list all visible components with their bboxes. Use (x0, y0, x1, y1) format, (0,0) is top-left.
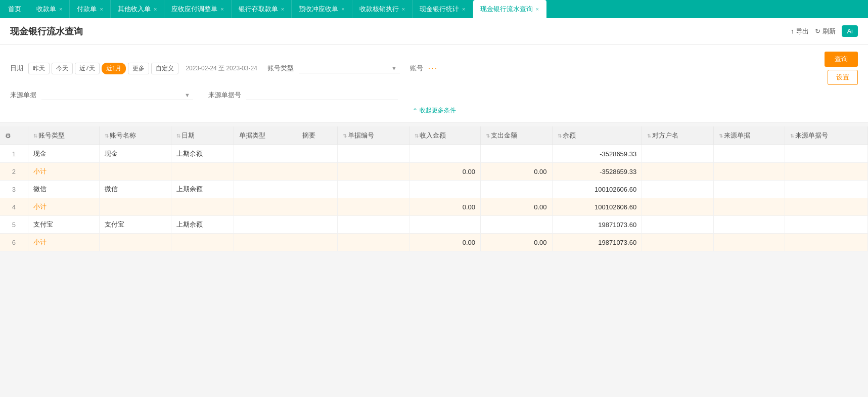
nav-tab-现金银行统计[interactable]: 现金银行统计× (413, 0, 473, 18)
sort-icon: ⇅ (790, 133, 794, 139)
cell-source_doc_no (785, 198, 868, 216)
cell-account_name: 现金 (100, 145, 171, 163)
row-num-cell: 1 (0, 145, 28, 163)
cell-doc_type (234, 145, 297, 163)
date-btn-更多[interactable]: 更多 (128, 63, 149, 74)
settings-button[interactable]: 设置 (828, 70, 858, 85)
source-doc-no-filter-group: 来源单据号 (208, 90, 398, 100)
date-label: 日期 (10, 64, 23, 73)
nav-tab-收款单[interactable]: 收款单× (29, 0, 70, 18)
collapse-button[interactable]: ⌃ 收起更多条件 (413, 106, 456, 115)
refresh-icon: ↻ (815, 27, 820, 35)
source-doc-no-input[interactable] (246, 90, 398, 100)
cell-source_doc_no (785, 163, 868, 181)
table-row: 5支付宝支付宝上期余额19871073.60 (0, 216, 868, 234)
account-type-value (302, 64, 304, 72)
col-header-source_doc_no[interactable]: ⇅来源单据号 (785, 126, 868, 145)
nav-tab-预收冲应收单[interactable]: 预收冲应收单× (292, 0, 352, 18)
col-header-summary: 摘要 (297, 126, 337, 145)
col-header-source_doc[interactable]: ⇅来源单据 (713, 126, 785, 145)
query-button[interactable]: 查询 (825, 52, 858, 67)
tab-close-icon[interactable]: × (220, 6, 223, 12)
export-icon: ↑ (791, 27, 794, 35)
cell-account_type: 现金 (28, 145, 100, 163)
account-more-button[interactable]: ··· (428, 64, 438, 73)
col-header-account_type[interactable]: ⇅账号类型 (28, 126, 100, 145)
cell-doc_no (338, 145, 409, 163)
date-btn-近7天[interactable]: 近7天 (75, 63, 100, 74)
cell-account_type: 支付宝 (28, 216, 100, 234)
chevron-down-icon-2: ▼ (185, 92, 190, 98)
row-num-cell: 4 (0, 198, 28, 216)
cell-doc_type (234, 216, 297, 234)
cell-account_name (100, 234, 171, 251)
date-btn-自定义[interactable]: 自定义 (151, 63, 178, 74)
cell-date: 上期余额 (171, 181, 234, 198)
date-btn-昨天[interactable]: 昨天 (28, 63, 50, 74)
cell-counterpart (642, 234, 714, 251)
tab-close-icon[interactable]: × (59, 6, 62, 12)
cell-source_doc (713, 163, 785, 181)
col-header-income[interactable]: ⇅收入金额 (409, 126, 481, 145)
cell-balance: -3528659.33 (552, 163, 642, 181)
cell-summary (297, 181, 337, 198)
source-doc-filter-group: 来源单据 ▼ (10, 90, 193, 100)
nav-tab-付款单[interactable]: 付款单× (70, 0, 110, 18)
cell-income: 0.00 (409, 198, 481, 216)
cell-balance: 100102606.60 (552, 198, 642, 216)
col-header-doc_type: 单据类型 (234, 126, 297, 145)
col-header-balance[interactable]: ⇅余额 (552, 126, 642, 145)
cell-account_type: 小计 (28, 234, 100, 251)
nav-tab-银行存取款单[interactable]: 银行存取款单× (232, 0, 292, 18)
row-num-cell: 2 (0, 163, 28, 181)
tab-close-icon[interactable]: × (462, 6, 465, 12)
refresh-button[interactable]: ↻ 刷新 (815, 27, 836, 36)
cell-account_name (100, 198, 171, 216)
header-bar: 现金银行流水查询 ↑ 导出 ↻ 刷新 Ai (0, 18, 868, 45)
cell-source_doc (713, 145, 785, 163)
col-header-gear: ⚙ (0, 126, 28, 145)
chevron-down-icon: ▼ (391, 65, 397, 71)
account-type-select[interactable]: ▼ (299, 63, 400, 73)
cell-account_type: 小计 (28, 198, 100, 216)
col-header-expense[interactable]: ⇅支出金额 (481, 126, 553, 145)
col-header-counterpart[interactable]: ⇅对方户名 (642, 126, 714, 145)
cell-account_name: 支付宝 (100, 216, 171, 234)
date-btn-近1月[interactable]: 近1月 (102, 63, 126, 74)
nav-tab-收款核销执行[interactable]: 收款核销执行× (352, 0, 413, 18)
ai-button[interactable]: Ai (842, 25, 858, 37)
filter-row-2: 来源单据 ▼ 来源单据号 (10, 90, 858, 100)
export-button[interactable]: ↑ 导出 (791, 27, 809, 36)
sort-icon: ⇅ (176, 133, 180, 139)
source-doc-label: 来源单据 (10, 91, 36, 100)
col-header-date[interactable]: ⇅日期 (171, 126, 234, 145)
tab-close-icon[interactable]: × (536, 6, 539, 12)
tab-close-icon[interactable]: × (281, 6, 284, 12)
tab-close-icon[interactable]: × (402, 6, 405, 12)
header-actions: ↑ 导出 ↻ 刷新 Ai (791, 25, 858, 37)
source-doc-select[interactable]: ▼ (41, 90, 193, 100)
account-label: 账号 (410, 64, 423, 73)
col-header-doc_no[interactable]: ⇅单据编号 (338, 126, 409, 145)
table-header: ⚙⇅账号类型⇅账号名称⇅日期单据类型摘要⇅单据编号⇅收入金额⇅支出金额⇅余额⇅对… (0, 126, 868, 145)
cell-expense (481, 181, 553, 198)
cell-income (409, 181, 481, 198)
source-doc-value (44, 91, 47, 99)
nav-tab-其他收入单[interactable]: 其他收入单× (111, 0, 164, 18)
date-btn-今天[interactable]: 今天 (52, 63, 73, 74)
tab-close-icon[interactable]: × (100, 6, 103, 12)
cell-counterpart (642, 145, 714, 163)
nav-home[interactable]: 首页 (0, 5, 29, 14)
tab-close-icon[interactable]: × (341, 6, 344, 12)
sort-icon: ⇅ (33, 133, 37, 139)
tab-close-icon[interactable]: × (154, 6, 157, 12)
cell-doc_no (338, 198, 409, 216)
table-wrap: ⚙⇅账号类型⇅账号名称⇅日期单据类型摘要⇅单据编号⇅收入金额⇅支出金额⇅余额⇅对… (0, 126, 868, 251)
page-title: 现金银行流水查询 (10, 25, 83, 37)
cell-source_doc (713, 181, 785, 198)
nav-tab-应收应付调整单[interactable]: 应收应付调整单× (164, 0, 231, 18)
cell-account_name (100, 163, 171, 181)
cell-date (171, 198, 234, 216)
nav-tab-现金银行流水查询[interactable]: 现金银行流水查询× (473, 0, 546, 18)
col-header-account_name[interactable]: ⇅账号名称 (100, 126, 171, 145)
